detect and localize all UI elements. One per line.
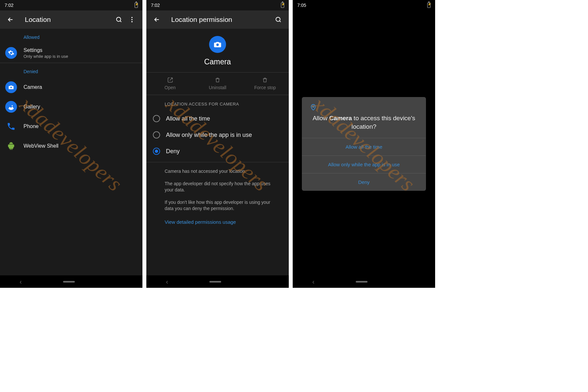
nav-back-icon[interactable]: ‹ [312, 278, 315, 286]
app-name: Camera [24, 84, 42, 90]
arrow-left-icon [7, 16, 14, 23]
search-button[interactable] [272, 13, 285, 26]
clock: 7:02 [151, 3, 160, 8]
page-title: Location permission [171, 16, 272, 24]
location-pin-icon [310, 104, 418, 111]
radio-deny[interactable]: Deny [146, 143, 289, 159]
permission-dialog: Allow Camera to access this device's loc… [302, 97, 426, 191]
radio-icon [153, 148, 160, 155]
svg-point-7 [10, 143, 10, 144]
statusbar: 7:02 [0, 0, 142, 10]
nav-home-icon[interactable] [63, 281, 75, 283]
svg-point-2 [131, 19, 133, 20]
svg-point-11 [313, 106, 314, 107]
nav-back-icon[interactable]: ‹ [20, 278, 22, 286]
section-allowed: Allowed [0, 29, 142, 43]
app-header: Camera [146, 29, 289, 72]
app-row-phone[interactable]: Phone [0, 117, 142, 136]
svg-point-8 [12, 143, 12, 144]
search-button[interactable] [112, 13, 125, 26]
app-row-settings[interactable]: Settings Only while app is in use [0, 43, 142, 63]
app-name: Settings [24, 47, 68, 53]
dialog-deny[interactable]: Deny [302, 173, 426, 191]
app-row-camera[interactable]: Camera [0, 77, 142, 97]
force-stop-button[interactable]: Force stop [241, 73, 289, 95]
action-label: Open [165, 85, 176, 90]
appbar: Location permission [146, 10, 289, 29]
radio-icon [153, 115, 160, 122]
app-name: WebView Shell [24, 143, 58, 149]
uninstall-button[interactable]: Uninstall [194, 73, 241, 95]
dialog-allow-in-use[interactable]: Allow only while the app is in use [302, 155, 426, 173]
search-icon [115, 16, 122, 23]
gear-icon [5, 47, 17, 59]
nav-home-icon[interactable] [209, 281, 221, 283]
camera-icon [209, 36, 226, 53]
app-name: Phone [24, 123, 39, 129]
radio-allow-in-use[interactable]: Allow only while the app is in use [146, 127, 289, 143]
action-row: Open Uninstall Force stop [146, 72, 289, 95]
screen-location-list: 7:02 Location Allowed Settings Only whil… [0, 0, 142, 288]
more-vert-icon [128, 16, 136, 23]
back-button[interactable] [150, 13, 163, 26]
trash-icon [262, 77, 268, 83]
dialog-message: Allow Camera to access this device's loc… [310, 114, 418, 131]
svg-point-4 [10, 87, 12, 89]
info-text: If you don't like how this app developer… [146, 193, 289, 212]
navbar: ‹ [293, 275, 435, 288]
appbar: Location [0, 10, 142, 29]
open-icon [167, 77, 173, 83]
app-name: Gallery [24, 104, 40, 110]
radio-label: Deny [166, 148, 180, 155]
info-text: The app developer did not specify how th… [146, 175, 289, 193]
app-name: Camera [204, 57, 231, 66]
nav-back-icon[interactable]: ‹ [166, 278, 168, 286]
arrow-left-icon [153, 16, 160, 23]
svg-point-6 [12, 105, 13, 106]
radio-icon [153, 131, 160, 139]
svg-point-1 [131, 17, 133, 18]
open-button[interactable]: Open [146, 73, 194, 95]
battery-icon [135, 3, 138, 8]
camera-icon [5, 81, 17, 93]
navbar: ‹ [146, 275, 289, 288]
trash-icon [215, 77, 220, 83]
action-label: Uninstall [209, 85, 226, 90]
app-row-webview[interactable]: WebView Shell [0, 136, 142, 156]
app-row-gallery[interactable]: Gallery [0, 97, 142, 117]
clock: 7:02 [5, 3, 13, 8]
radio-label: Allow only while the app is in use [166, 132, 252, 139]
action-label: Force stop [254, 85, 276, 90]
android-icon [5, 140, 17, 152]
overflow-button[interactable] [125, 13, 139, 26]
dialog-header: Allow Camera to access this device's loc… [302, 97, 426, 138]
page-title: Location [25, 16, 112, 24]
dialog-allow-all[interactable]: Allow all the time [302, 138, 426, 155]
search-icon [275, 16, 282, 23]
phone-icon [5, 121, 17, 132]
svg-point-9 [276, 17, 280, 22]
view-usage-link[interactable]: View detailed permissions usage [146, 212, 289, 225]
section-denied: Denied [0, 63, 142, 77]
dialog-overlay: Allow Camera to access this device's loc… [293, 0, 435, 288]
radio-allow-all[interactable]: Allow all the time [146, 110, 289, 127]
group-title: LOCATION ACCESS FOR CAMERA [146, 95, 289, 110]
app-sub: Only while app is in use [24, 54, 68, 59]
nav-home-icon[interactable] [356, 281, 368, 283]
back-button[interactable] [4, 13, 17, 26]
navbar: ‹ [0, 275, 142, 288]
svg-point-0 [117, 17, 121, 22]
svg-point-3 [131, 21, 133, 23]
screen-permission-dialog: 7:05 Allow Camera to access this device'… [293, 0, 435, 288]
info-text: Camera has not accessed your location. [146, 162, 289, 175]
image-icon [5, 101, 17, 113]
svg-point-10 [216, 43, 219, 46]
radio-label: Allow all the time [166, 115, 210, 122]
screen-location-permission: 7:02 Location permission Camera Open Uni… [146, 0, 289, 288]
statusbar: 7:02 [146, 0, 289, 10]
battery-icon [281, 3, 284, 8]
